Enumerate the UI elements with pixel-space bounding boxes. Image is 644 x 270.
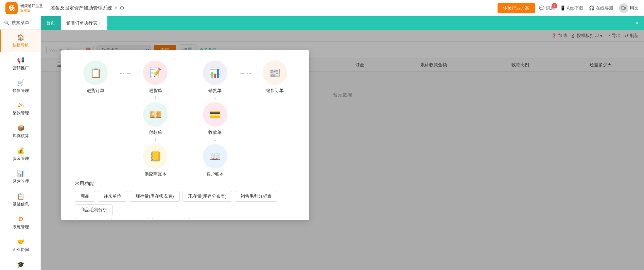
tabs-bar: 首页 销售订单执行表 × × [41, 16, 644, 30]
sidebar-item-quick-nav[interactable]: 🏠 快捷导航 [0, 30, 40, 52]
sales-order-icon: 📰 [263, 60, 287, 85]
payment-icon: 💴 [143, 102, 168, 127]
purchase-icon: 🛍 [18, 102, 24, 109]
app-download-button[interactable]: 📱 App下载 [560, 5, 584, 11]
workflow-arrows-row2: ↓ ↓ [75, 136, 296, 143]
func-buttons-row1: 商品 往来单位 现存量(库存状况表) 现存量(库存分布表) 销售毛利分析表 商品… [75, 191, 296, 215]
online-service-button[interactable]: 🎧 在线客服 [589, 5, 613, 11]
home-icon: 🏠 [17, 34, 24, 41]
receipt-icon: 💳 [203, 102, 227, 127]
search-icon: 🔍 [4, 20, 10, 25]
workflow-section: 📋 进货订单 - - → 📝 进货单 [75, 60, 296, 177]
purchase-order-icon: 📋 [83, 60, 108, 85]
sidebar-item-finance[interactable]: 💰 资金管理 [0, 143, 40, 166]
workflow-item-supplier-account[interactable]: 📒 供应商账本 [135, 144, 176, 177]
arrow-down-receipt: ↓ [194, 136, 236, 143]
common-functions-title: 常用功能 [75, 181, 296, 187]
top-header: 畅 畅康通好生意 标准版 装备及固定资产辅助管理系统 ▾ ⚙ 体验行业方案 💬 … [0, 0, 644, 16]
tab-sales-order[interactable]: 销售订单执行表 × [61, 16, 107, 30]
func-btn-partners[interactable]: 往来单位 [98, 191, 127, 202]
close-all-tabs-button[interactable]: × [630, 20, 644, 26]
system-icon: ⚙ [18, 215, 23, 223]
sidebar-item-basic-info[interactable]: 📋 基础信息 [0, 188, 40, 211]
func-btn-stock-dist[interactable]: 现存量(库存分布表) [182, 191, 232, 202]
sidebar-item-inventory[interactable]: 📦 库存核算 [0, 120, 40, 143]
page-content: ❓ 帮助 🖨 按模板打印 ▾ ↗ 导出 ↺ 刷新 [41, 30, 644, 270]
workflow-item-receipt[interactable]: 💳 收款单 [194, 102, 236, 136]
workflow-row-1: 📋 进货订单 - - → 📝 进货单 [75, 60, 296, 94]
workflow-item-payment[interactable]: 💴 付款单 [135, 102, 176, 136]
sidebar-item-purchase[interactable]: 🛍 采购管理 [0, 98, 40, 120]
arrow-purchase-order-to-bill: - - → [117, 69, 135, 85]
tab-close-icon[interactable]: × [99, 21, 102, 25]
purchase-bill-icon: 📝 [143, 60, 168, 85]
dropdown-arrow-icon[interactable]: ▾ [115, 6, 117, 11]
workflow-item-purchase-order[interactable]: 📋 进货订单 [75, 60, 117, 94]
logo-icon: 畅 [5, 2, 18, 14]
main-layout: 🔍 搜索菜单 🏠 快捷导航 📢 营销推广 🛒 销售管理 🛍 采购管理 📦 库存核… [0, 16, 644, 270]
func-buttons-row2: 销售排行榜 收款情况统计 付款情况统计 [75, 218, 296, 220]
workflow-item-purchase-bill[interactable]: 📝 进货单 [135, 60, 176, 94]
marketing-icon: 📢 [17, 56, 24, 64]
newbie-icon: 🎓 [17, 261, 24, 268]
basic-info-icon: 📋 [17, 193, 24, 200]
customer-account-icon: 📖 [203, 144, 227, 168]
gear-icon[interactable]: ⚙ [120, 5, 124, 11]
sidebar-item-system[interactable]: ⚙ 系统管理 [0, 211, 40, 234]
workflow-row-3: 📒 供应商账本 📖 客户账本 [75, 144, 296, 177]
logo-text: 畅康通好生意 标准版 [20, 3, 43, 13]
headset-icon: 🎧 [589, 5, 594, 11]
common-functions-section: 常用功能 商品 往来单位 现存量(库存状况表) 现存量(库存分布表) 销售毛利分… [75, 181, 296, 220]
sidebar-item-marketing[interactable]: 📢 营销推广 [0, 52, 40, 75]
content-area: 首页 销售订单执行表 × × ❓ 帮助 🖨 按模板打印 ▾ [41, 16, 644, 270]
workflow-item-sales-bill[interactable]: 📊 销货单 [194, 60, 236, 94]
supplier-account-icon: 📒 [143, 144, 168, 168]
trial-button[interactable]: 体验行业方案 [498, 3, 535, 13]
message-button[interactable]: 💬 消息 5 [539, 5, 555, 11]
workflow-item-sales-order[interactable]: 📰 销售订单 [254, 60, 296, 94]
tab-home[interactable]: 首页 [41, 16, 61, 30]
sidebar-item-newbie[interactable]: 🎓 新手引导 [0, 257, 40, 270]
header-right: 💬 消息 5 📱 App下载 🎧 在线客服 Ea 用友 [539, 3, 639, 13]
user-menu-button[interactable]: Ea 用友 [619, 3, 639, 13]
arrow-sales-order-to-bill: ← - - [236, 69, 254, 85]
workflow-row-2: 💴 付款单 💳 收款单 [75, 102, 296, 136]
message-badge: 5 [552, 3, 557, 8]
workflow-arrows-row1: ↓ ↓ [75, 94, 296, 101]
message-icon: 💬 [539, 5, 544, 11]
workflow-item-customer-account[interactable]: 📖 客户账本 [194, 144, 236, 177]
sidebar-item-sales[interactable]: 🛒 销售管理 [0, 75, 40, 98]
func-btn-sales-margin[interactable]: 销售毛利分析表 [235, 191, 277, 202]
arrow-down-payment: ↓ [135, 136, 176, 143]
logo-area: 畅 畅康通好生意 标准版 [5, 2, 46, 14]
arrow-down-purchase-bill: ↓ [135, 94, 176, 101]
business-icon: 📊 [17, 170, 24, 177]
enterprise-icon: 🤝 [17, 238, 24, 246]
func-btn-goods-margin[interactable]: 商品毛利分析 [75, 204, 113, 215]
finance-icon: 💰 [17, 147, 24, 155]
arrow-down-sales-bill: ↓ [194, 94, 236, 101]
func-btn-stock-status[interactable]: 现存量(库存状况表) [130, 191, 180, 202]
sidebar-item-enterprise[interactable]: 🤝 企业协同 [0, 234, 40, 257]
func-btn-payment-stats[interactable]: 付款情况统计 [152, 218, 190, 220]
sidebar-item-business[interactable]: 📊 经营管理 [0, 166, 40, 188]
quick-nav-modal: 📋 进货订单 - - → 📝 进货单 [61, 50, 309, 220]
func-btn-goods[interactable]: 商品 [75, 191, 95, 202]
search-menu-button[interactable]: 🔍 搜索菜单 [0, 16, 40, 30]
avatar: Ea [619, 3, 628, 13]
modal-overlay: 📋 进货订单 - - → 📝 进货单 [41, 30, 644, 270]
sales-icon: 🛒 [17, 79, 24, 87]
sales-bill-icon: 📊 [203, 60, 227, 85]
phone-icon: 📱 [560, 5, 565, 11]
inventory-icon: 📦 [17, 124, 24, 132]
func-btn-receipt-stats[interactable]: 收款情况统计 [111, 218, 149, 220]
system-title: 装备及固定资产辅助管理系统 ▾ ⚙ [50, 5, 493, 11]
func-btn-sales-rank[interactable]: 销售排行榜 [75, 218, 108, 220]
modal-content: 📋 进货订单 - - → 📝 进货单 [61, 50, 309, 220]
sidebar: 🔍 搜索菜单 🏠 快捷导航 📢 营销推广 🛒 销售管理 🛍 采购管理 📦 库存核… [0, 16, 41, 270]
